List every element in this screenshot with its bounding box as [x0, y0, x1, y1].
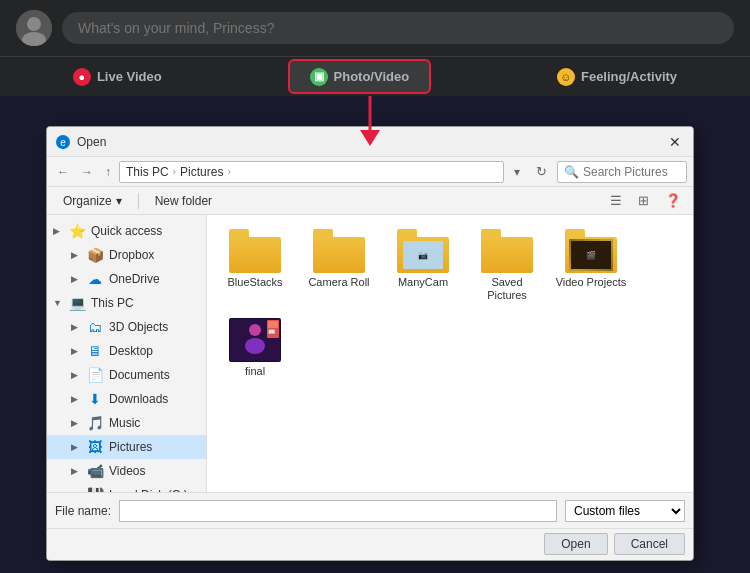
feeling-activity-button[interactable]: ☺ Feeling/Activity	[537, 59, 697, 94]
onedrive-label: OneDrive	[109, 272, 160, 286]
sidebar-item-dropbox[interactable]: ▶ 📦 Dropbox	[47, 243, 206, 267]
sidebar-item-desktop[interactable]: ▶ 🖥 Desktop	[47, 339, 206, 363]
search-icon: 🔍	[564, 165, 579, 179]
search-input[interactable]	[583, 165, 680, 179]
open-dialog: e Open ✕ ← → ↑ This PC › Pictures › ▾ ↻ …	[46, 126, 694, 561]
bluestacks-label: BlueStacks	[227, 276, 282, 289]
file-item-manycam[interactable]: 📷 ManyCam	[383, 223, 463, 308]
toolbar-separator	[138, 193, 139, 209]
quick-access-icon: ⭐	[69, 223, 85, 239]
view-options-button[interactable]: ❓	[661, 191, 685, 210]
chevron-right-icon-dropbox: ▶	[71, 250, 81, 260]
sidebar-item-pictures[interactable]: ▶ 🖼 Pictures	[47, 435, 206, 459]
sidebar-item-music[interactable]: ▶ 🎵 Music	[47, 411, 206, 435]
breadcrumb-sep2: ›	[227, 166, 230, 177]
sidebar-item-quick-access[interactable]: ▶ ⭐ Quick access	[47, 219, 206, 243]
breadcrumb-dropdown[interactable]: ▾	[508, 163, 526, 181]
chevron-right-icon-desktop: ▶	[71, 346, 81, 356]
organize-button[interactable]: Organize ▾	[55, 192, 130, 210]
dialog-close-button[interactable]: ✕	[665, 132, 685, 152]
documents-icon: 📄	[87, 367, 103, 383]
live-video-button[interactable]: ● Live Video	[53, 59, 182, 94]
open-button[interactable]: Open	[544, 533, 607, 555]
breadcrumb-sep1: ›	[173, 166, 176, 177]
downloads-label: Downloads	[109, 392, 168, 406]
dropbox-icon: 📦	[87, 247, 103, 263]
chevron-down-icon-thispc: ▼	[53, 298, 63, 308]
photo-video-button[interactable]: ▣ Photo/Video	[288, 59, 432, 94]
view-grid-button[interactable]: ⊞	[634, 191, 653, 210]
cancel-button[interactable]: Cancel	[614, 533, 685, 555]
final-label: final	[245, 365, 265, 378]
camera-roll-folder-icon	[313, 229, 365, 273]
dropbox-label: Dropbox	[109, 248, 154, 262]
search-box[interactable]: 🔍	[557, 161, 687, 183]
sidebar-item-downloads[interactable]: ▶ ⬇ Downloads	[47, 387, 206, 411]
live-video-label: Live Video	[97, 69, 162, 84]
forward-button[interactable]: →	[77, 163, 97, 181]
file-item-bluestacks[interactable]: BlueStacks	[215, 223, 295, 308]
desktop-label: Desktop	[109, 344, 153, 358]
downloads-icon: ⬇	[87, 391, 103, 407]
svg-point-9	[249, 324, 261, 336]
file-item-camera-roll[interactable]: Camera Roll	[299, 223, 379, 308]
svg-text:e: e	[60, 137, 66, 148]
music-icon: 🎵	[87, 415, 103, 431]
file-item-saved-pictures[interactable]: Saved Pictures	[467, 223, 547, 308]
this-pc-icon: 💻	[69, 295, 85, 311]
saved-pictures-folder-icon	[481, 229, 533, 273]
videos-label: Videos	[109, 464, 145, 478]
view-list-button[interactable]: ☰	[606, 191, 626, 210]
photo-icon: ▣	[310, 68, 328, 86]
desktop-icon: 🖥	[87, 343, 103, 359]
sidebar-item-3d-objects[interactable]: ▶ 🗂 3D Objects	[47, 315, 206, 339]
breadcrumb-pictures: Pictures	[180, 165, 223, 179]
filename-input[interactable]	[119, 500, 557, 522]
music-label: Music	[109, 416, 140, 430]
breadcrumb[interactable]: This PC › Pictures ›	[119, 161, 504, 183]
svg-rect-12	[268, 321, 278, 328]
file-grid: BlueStacks Camera Roll 📷	[207, 215, 693, 492]
chevron-right-icon-docs: ▶	[71, 370, 81, 380]
refresh-button[interactable]: ↻	[530, 162, 553, 181]
sidebar-item-onedrive[interactable]: ▶ ☁ OneDrive	[47, 267, 206, 291]
back-button[interactable]: ←	[53, 163, 73, 181]
post-buttons-bar: ● Live Video ▣ Photo/Video ☺ Feeling/Act…	[0, 56, 750, 96]
sidebar-item-videos[interactable]: ▶ 📹 Videos	[47, 459, 206, 483]
3d-objects-label: 3D Objects	[109, 320, 168, 334]
feeling-icon: ☺	[557, 68, 575, 86]
up-button[interactable]: ↑	[101, 163, 115, 181]
manycam-label: ManyCam	[398, 276, 448, 289]
svg-point-10	[245, 338, 265, 354]
video-projects-folder-icon: 🎬	[565, 229, 617, 273]
feeling-label: Feeling/Activity	[581, 69, 677, 84]
3d-objects-icon: 🗂	[87, 319, 103, 335]
chevron-right-icon-3d: ▶	[71, 322, 81, 332]
sidebar: ▶ ⭐ Quick access ▶ 📦 Dropbox ▶ ☁ OneDriv…	[47, 215, 207, 492]
saved-pictures-label: Saved Pictures	[471, 276, 543, 302]
new-folder-button[interactable]: New folder	[147, 192, 220, 210]
bottom-bar: File name: Custom files	[47, 492, 693, 528]
sidebar-item-documents[interactable]: ▶ 📄 Documents	[47, 363, 206, 387]
sidebar-item-local-disk[interactable]: ▶ 💾 Local Disk (C:)	[47, 483, 206, 492]
live-icon: ●	[73, 68, 91, 86]
sidebar-item-this-pc[interactable]: ▼ 💻 This PC	[47, 291, 206, 315]
onedrive-icon: ☁	[87, 271, 103, 287]
fb-top-bar	[0, 0, 750, 56]
new-folder-label: New folder	[155, 194, 212, 208]
file-item-video-projects[interactable]: 🎬 Video Projects	[551, 223, 631, 308]
final-file-icon: 📖	[229, 318, 281, 362]
filetype-select[interactable]: Custom files	[565, 500, 685, 522]
video-projects-label: Video Projects	[556, 276, 627, 289]
organize-arrow: ▾	[116, 194, 122, 208]
file-item-final[interactable]: 📖 final	[215, 312, 295, 384]
fb-post-input[interactable]	[62, 12, 734, 44]
manycam-folder-icon: 📷	[397, 229, 449, 273]
svg-text:📖: 📖	[268, 328, 276, 336]
chevron-right-icon-vids: ▶	[71, 466, 81, 476]
chevron-right-icon-pics: ▶	[71, 442, 81, 452]
dialog-title: Open	[77, 135, 665, 149]
organize-label: Organize	[63, 194, 112, 208]
this-pc-label: This PC	[91, 296, 134, 310]
svg-point-1	[27, 17, 41, 31]
